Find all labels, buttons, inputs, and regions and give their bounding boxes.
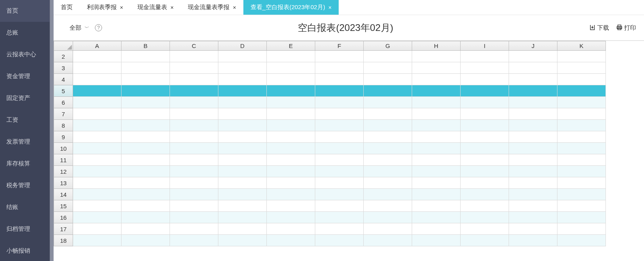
cell-I2[interactable] (461, 51, 509, 62)
cell-J15[interactable] (509, 200, 557, 212)
cell-G4[interactable] (364, 74, 412, 85)
cell-E8[interactable] (267, 120, 315, 131)
cell-D6[interactable] (218, 97, 267, 108)
cell-J3[interactable] (509, 62, 557, 74)
cell-I12[interactable] (461, 166, 509, 177)
cell-F13[interactable] (315, 177, 364, 189)
cell-F8[interactable] (315, 120, 364, 131)
cell-G6[interactable] (364, 97, 412, 108)
cell-C8[interactable] (170, 120, 218, 131)
sidebar-item-3[interactable]: 资金管理 (0, 65, 50, 87)
cell-C16[interactable] (170, 212, 218, 223)
cell-H9[interactable] (412, 131, 461, 143)
cell-K16[interactable] (557, 212, 606, 223)
cell-I9[interactable] (461, 131, 509, 143)
row-header-18[interactable]: 18 (54, 235, 73, 246)
cell-E13[interactable] (267, 177, 315, 189)
cell-K13[interactable] (557, 177, 606, 189)
cell-G5[interactable] (364, 85, 412, 97)
cell-D11[interactable] (218, 154, 267, 166)
row-header-10[interactable]: 10 (54, 143, 73, 154)
close-icon[interactable]: × (120, 4, 123, 11)
cell-I4[interactable] (461, 74, 509, 85)
cell-B16[interactable] (121, 212, 170, 223)
cell-C14[interactable] (170, 189, 218, 200)
cell-A8[interactable] (73, 120, 121, 131)
cell-B17[interactable] (121, 223, 170, 235)
cell-F10[interactable] (315, 143, 364, 154)
column-header-I[interactable]: I (461, 41, 509, 51)
cell-K12[interactable] (557, 166, 606, 177)
cell-I18[interactable] (461, 235, 509, 246)
cell-K2[interactable] (557, 51, 606, 62)
cell-A17[interactable] (73, 223, 121, 235)
column-header-J[interactable]: J (509, 41, 557, 51)
cell-E3[interactable] (267, 62, 315, 74)
cell-E14[interactable] (267, 189, 315, 200)
cell-B8[interactable] (121, 120, 170, 131)
row-header-15[interactable]: 15 (54, 200, 73, 212)
cell-F2[interactable] (315, 51, 364, 62)
cell-J8[interactable] (509, 120, 557, 131)
cell-F17[interactable] (315, 223, 364, 235)
cell-F12[interactable] (315, 166, 364, 177)
cell-D18[interactable] (218, 235, 267, 246)
cell-D9[interactable] (218, 131, 267, 143)
cell-K3[interactable] (557, 62, 606, 74)
cell-E5[interactable] (267, 85, 315, 97)
cell-A6[interactable] (73, 97, 121, 108)
cell-D4[interactable] (218, 74, 267, 85)
cell-J7[interactable] (509, 108, 557, 120)
cell-E12[interactable] (267, 166, 315, 177)
cell-H12[interactable] (412, 166, 461, 177)
cell-E17[interactable] (267, 223, 315, 235)
tab-3[interactable]: 现金流量表季报× (181, 0, 243, 15)
tab-1[interactable]: 利润表季报× (80, 0, 130, 15)
cell-J13[interactable] (509, 177, 557, 189)
close-icon[interactable]: × (328, 4, 332, 11)
cell-B10[interactable] (121, 143, 170, 154)
cell-E11[interactable] (267, 154, 315, 166)
cell-D15[interactable] (218, 200, 267, 212)
cell-F14[interactable] (315, 189, 364, 200)
cell-C13[interactable] (170, 177, 218, 189)
cell-E18[interactable] (267, 235, 315, 246)
cell-B2[interactable] (121, 51, 170, 62)
column-header-C[interactable]: C (170, 41, 218, 51)
cell-K9[interactable] (557, 131, 606, 143)
cell-B12[interactable] (121, 166, 170, 177)
cell-H10[interactable] (412, 143, 461, 154)
cell-A16[interactable] (73, 212, 121, 223)
cell-C9[interactable] (170, 131, 218, 143)
cell-E16[interactable] (267, 212, 315, 223)
row-header-12[interactable]: 12 (54, 166, 73, 177)
cell-E9[interactable] (267, 131, 315, 143)
help-icon[interactable]: ? (95, 24, 102, 31)
cell-D13[interactable] (218, 177, 267, 189)
cell-I6[interactable] (461, 97, 509, 108)
cell-A9[interactable] (73, 131, 121, 143)
cell-J9[interactable] (509, 131, 557, 143)
cell-F7[interactable] (315, 108, 364, 120)
cell-A10[interactable] (73, 143, 121, 154)
cell-G12[interactable] (364, 166, 412, 177)
cell-C4[interactable] (170, 74, 218, 85)
row-header-9[interactable]: 9 (54, 131, 73, 143)
row-header-3[interactable]: 3 (54, 62, 73, 74)
cell-A15[interactable] (73, 200, 121, 212)
cell-G14[interactable] (364, 189, 412, 200)
cell-G7[interactable] (364, 108, 412, 120)
cell-B3[interactable] (121, 62, 170, 74)
cell-D8[interactable] (218, 120, 267, 131)
cell-K6[interactable] (557, 97, 606, 108)
cell-D5[interactable] (218, 85, 267, 97)
sidebar-item-5[interactable]: 工资 (0, 109, 50, 131)
column-header-F[interactable]: F (315, 41, 364, 51)
sidebar-item-11[interactable]: 小畅报销 (0, 240, 50, 261)
cell-D14[interactable] (218, 189, 267, 200)
row-header-14[interactable]: 14 (54, 189, 73, 200)
cell-C17[interactable] (170, 223, 218, 235)
cell-K7[interactable] (557, 108, 606, 120)
cell-H14[interactable] (412, 189, 461, 200)
cell-C12[interactable] (170, 166, 218, 177)
